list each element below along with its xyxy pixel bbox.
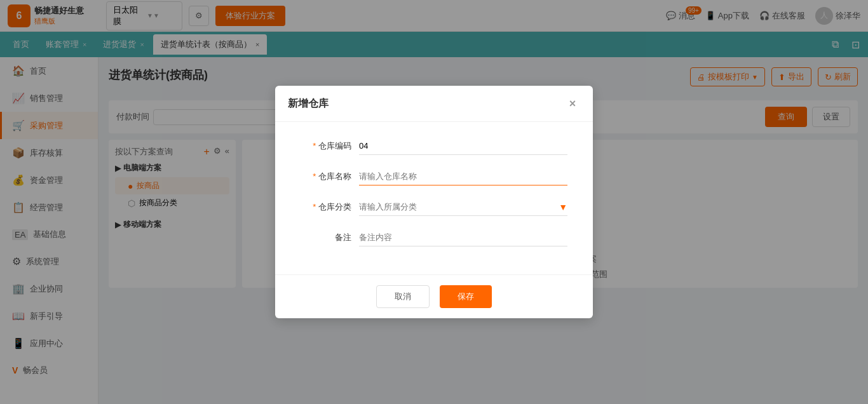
remark-input[interactable] <box>359 229 567 246</box>
form-row-category: * 仓库分类 ▼ <box>301 198 567 216</box>
remark-label: 备注 <box>301 232 351 243</box>
name-label: * 仓库名称 <box>301 171 351 182</box>
modal-close-button[interactable]: × <box>565 96 580 111</box>
form-row-code: * 仓库编码 <box>301 137 567 155</box>
category-select-wrapper: ▼ <box>359 198 567 216</box>
form-row-remark: 备注 <box>301 229 567 246</box>
modal-title: 新增仓库 <box>288 97 329 111</box>
category-label: * 仓库分类 <box>301 201 351 213</box>
code-input[interactable] <box>359 137 567 155</box>
code-label: * 仓库编码 <box>301 140 351 152</box>
required-mark: * <box>313 141 316 151</box>
modal-footer: 取消 保存 <box>275 274 593 318</box>
cancel-button[interactable]: 取消 <box>376 285 430 308</box>
modal-overlay[interactable]: 新增仓库 × * 仓库编码 * 仓库名称 <box>0 0 868 404</box>
category-input[interactable] <box>359 198 559 215</box>
warehouse-modal: 新增仓库 × * 仓库编码 * 仓库名称 <box>275 86 593 318</box>
name-input[interactable] <box>359 168 567 185</box>
category-dropdown-icon[interactable]: ▼ <box>559 202 567 212</box>
required-mark: * <box>313 172 316 181</box>
modal-body: * 仓库编码 * 仓库名称 * 仓库分类 <box>275 122 593 274</box>
modal-header: 新增仓库 × <box>275 86 593 122</box>
required-mark: * <box>313 202 316 212</box>
save-button[interactable]: 保存 <box>440 285 492 308</box>
form-row-name: * 仓库名称 <box>301 168 567 185</box>
